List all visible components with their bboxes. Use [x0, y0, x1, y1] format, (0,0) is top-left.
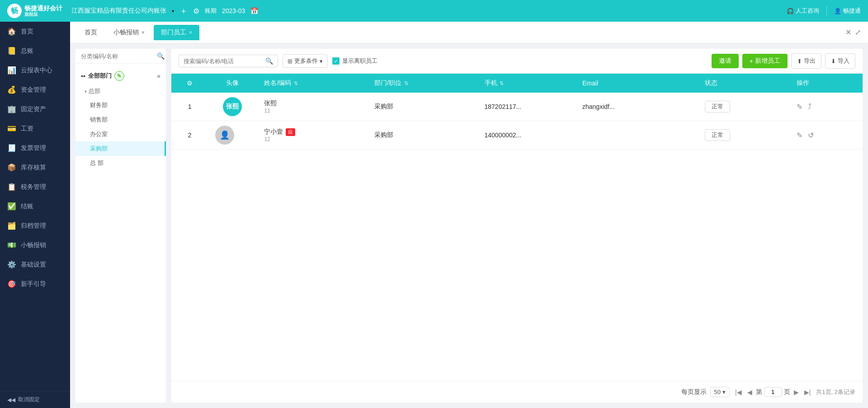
chevron-down-icon: ▾: [722, 389, 726, 395]
show-resigned-label: 显示离职员工: [342, 57, 377, 65]
closing-icon: ✅: [7, 202, 16, 211]
close-all-tabs-btn[interactable]: ✕: [845, 28, 851, 37]
sidebar-item-funds[interactable]: 💰 资金管理: [0, 80, 70, 99]
sidebar-item-expense[interactable]: 💵 小畅报销: [0, 235, 70, 255]
sidebar-item-cloud-reports[interactable]: 📊 云报表中心: [0, 61, 70, 80]
col-header-dept[interactable]: 部门/职位 ⇅: [367, 74, 477, 93]
col-header-settings[interactable]: ⚙: [171, 74, 208, 93]
sidebar-item-label: 归档管理: [21, 222, 46, 230]
sidebar-item-label: 结账: [21, 202, 33, 211]
all-dept-row[interactable]: ▪▪ 全部部门 ✎ «: [75, 67, 166, 84]
prev-page-btn[interactable]: ◀: [745, 388, 754, 397]
dept-item-finance[interactable]: 财务部: [75, 98, 166, 113]
search-icon[interactable]: 🔍: [265, 57, 273, 65]
import-btn[interactable]: ⬇ 导入: [825, 53, 855, 69]
unpin-btn[interactable]: ◀◀ 取消固定: [0, 391, 70, 408]
row-status: 正常: [698, 93, 789, 121]
sidebar-item-closing[interactable]: ✅ 结账: [0, 197, 70, 216]
calendar-icon[interactable]: 📅: [250, 7, 258, 14]
funds-icon: 💰: [7, 85, 16, 94]
archive-icon: 🗂️: [7, 221, 16, 230]
add-employee-btn[interactable]: + 新增员工: [742, 54, 788, 68]
inventory-icon: 📦: [7, 163, 16, 172]
sidebar-item-home[interactable]: 🏠 首页: [0, 22, 70, 41]
sidebar-item-invoice[interactable]: 🧾 发票管理: [0, 138, 70, 158]
pagination: 每页显示 50 ▾ |◀ ◀ 第 页 ▶ ▶| 共1页, 2条记录: [171, 381, 863, 403]
sidebar-item-salary[interactable]: 💳 工资: [0, 119, 70, 138]
dept-item-office[interactable]: 办公室: [75, 127, 166, 141]
settings-icon[interactable]: ⚙: [193, 7, 199, 15]
first-page-btn[interactable]: |◀: [733, 388, 744, 397]
main-layout: 🏠 首页 📒 总账 📊 云报表中心 💰 资金管理 🏢 固定资产 💳 工资 🧾 发…: [0, 22, 868, 408]
row-email: zhangxidf...: [575, 93, 698, 121]
user-menu-btn[interactable]: 👤 畅捷通: [834, 7, 861, 15]
page-label: 页: [784, 388, 790, 396]
dept-search-box: 🔍: [75, 49, 166, 64]
export-btn[interactable]: ⬆ 导出: [791, 53, 821, 69]
row-no: 2: [171, 121, 208, 150]
more-conditions-btn[interactable]: ⊞ 更多条件 ▾: [283, 54, 328, 68]
edit-icon[interactable]: ✎: [797, 103, 802, 111]
dept-group-headquarters: ▾ 总部 财务部 销售部 办公室 采购部 总 部: [75, 84, 166, 170]
sidebar-item-guide[interactable]: 🎯 新手引导: [0, 274, 70, 294]
employee-table: ⚙ 头像 姓名/编码 ⇅ 部门/职位 ⇅ 手机 ⇅ Email 状态 操作: [171, 74, 863, 150]
logout-icon[interactable]: ⤴: [808, 103, 811, 111]
company-dropdown-arrow[interactable]: ▾: [172, 9, 174, 14]
next-page-btn[interactable]: ▶: [792, 388, 801, 397]
row-dept: 采购部: [367, 93, 477, 121]
sidebar-item-settings[interactable]: ⚙️ 基础设置: [0, 255, 70, 274]
all-dept-label: 全部部门: [88, 72, 112, 80]
assets-icon: 🏢: [7, 105, 16, 113]
sidebar-item-label: 云报表中心: [21, 66, 52, 75]
tab-department[interactable]: 部门员工 ×: [154, 25, 199, 40]
chevron-down-icon: ▾: [320, 58, 323, 65]
dept-item-purchase[interactable]: 采购部: [75, 141, 166, 156]
export-label: 导出: [804, 57, 816, 65]
sidebar-item-inventory[interactable]: 📦 库存核算: [0, 158, 70, 177]
col-header-name[interactable]: 姓名/编码 ⇅: [257, 74, 367, 93]
employee-search-input[interactable]: [184, 58, 263, 65]
show-resigned-checkbox[interactable]: ✓: [332, 57, 340, 65]
status-badge: 正常: [705, 129, 730, 141]
tab-label: 首页: [85, 28, 97, 37]
dept-search-input[interactable]: [81, 53, 157, 60]
collapse-btn[interactable]: «: [157, 72, 160, 80]
invite-btn[interactable]: 邀请: [712, 54, 739, 68]
dept-item-general[interactable]: 总 部: [75, 156, 166, 170]
row-phone: 140000002...: [477, 121, 575, 150]
plus-icon: +: [750, 57, 753, 65]
per-page-value: 50: [714, 389, 721, 395]
logo-icon: 畅: [7, 4, 22, 18]
headphone-icon: 🎧: [787, 8, 794, 14]
sidebar-item-fixed-assets[interactable]: 🏢 固定资产: [0, 99, 70, 119]
row-email: [575, 121, 698, 150]
show-resigned-row[interactable]: ✓ 显示离职员工: [332, 57, 377, 65]
refresh-icon[interactable]: ↺: [808, 131, 814, 140]
last-page-btn[interactable]: ▶|: [802, 388, 813, 397]
row-name-code: 宁小壹 应 12: [257, 121, 367, 150]
tab-close-icon[interactable]: ×: [189, 29, 192, 36]
dept-search-icon[interactable]: 🔍: [157, 52, 165, 60]
page-total: 共1页, 2条记录: [816, 388, 855, 396]
page-input[interactable]: [764, 387, 782, 397]
dept-group-header[interactable]: ▾ 总部: [75, 84, 166, 98]
tab-expense[interactable]: 小畅报销 ×: [106, 25, 152, 40]
sidebar-item-archive[interactable]: 🗂️ 归档管理: [0, 216, 70, 235]
per-page-select[interactable]: 50 ▾: [710, 387, 730, 397]
sidebar-item-tax[interactable]: 📋 税务管理: [0, 177, 70, 197]
sidebar-item-label: 税务管理: [21, 183, 46, 191]
edit-icon[interactable]: ✎: [797, 131, 802, 140]
tab-close-icon[interactable]: ×: [142, 29, 145, 36]
employee-search-box[interactable]: 🔍: [179, 55, 278, 67]
col-header-phone[interactable]: 手机 ⇅: [477, 74, 575, 93]
add-icon[interactable]: ＋: [179, 5, 188, 16]
dept-item-sales[interactable]: 销售部: [75, 113, 166, 127]
employee-table-container: ⚙ 头像 姓名/编码 ⇅ 部门/职位 ⇅ 手机 ⇅ Email 状态 操作: [171, 74, 863, 381]
expense-icon: 💵: [7, 241, 16, 249]
ai-consult-btn[interactable]: 🎧 人工咨询: [787, 7, 819, 15]
sidebar-item-general-ledger[interactable]: 📒 总账: [0, 41, 70, 61]
edit-badge[interactable]: ✎: [114, 71, 124, 81]
tab-home[interactable]: 首页: [77, 25, 104, 40]
expand-tabs-btn[interactable]: ⤢: [855, 28, 861, 37]
row-actions: ✎ ⤴: [789, 93, 863, 121]
